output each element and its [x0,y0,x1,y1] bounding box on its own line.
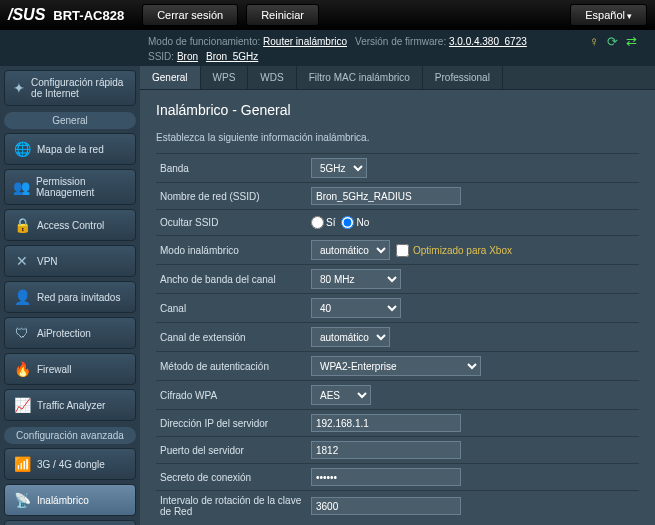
sidebar-item-firewall[interactable]: 🔥Firewall [4,353,136,385]
wireless-mode-label: Modo inalámbrico [156,245,311,256]
ext-channel-select[interactable]: automático [311,327,390,347]
tab-general[interactable]: General [140,66,201,89]
secret-input[interactable] [311,468,461,486]
ext-channel-label: Canal de extensión [156,332,311,343]
usb-icon[interactable]: ⇄ [626,34,637,49]
bandwidth-label: Ancho de banda del canal [156,274,311,285]
sidebar: ✦ Configuración rápida de Internet Gener… [0,66,140,525]
server-ip-label: Dirección IP del servidor [156,418,311,429]
tab-wps[interactable]: WPS [201,66,249,89]
nav-label: Permission Management [36,176,127,198]
wireless-mode-select[interactable]: automático [311,240,390,260]
sidebar-general-header: General [4,112,136,129]
nav-label: Traffic Analyzer [37,400,105,411]
firmware-value[interactable]: 3.0.0.4.380_6723 [449,36,527,47]
sidebar-quick-setup[interactable]: ✦ Configuración rápida de Internet [4,70,136,106]
nav-icon: 🌐 [13,140,31,158]
auth-select[interactable]: WPA2-Enterprise [311,356,481,376]
sidebar-item-mapa-de-la-red[interactable]: 🌐Mapa de la red [4,133,136,165]
sidebar-item-red-para-invitados[interactable]: 👤Red para invitados [4,281,136,313]
sidebar-item-vpn[interactable]: ✕VPN [4,245,136,277]
tab-filtro-mac-inalámbrico[interactable]: Filtro MAC inalámbrico [297,66,423,89]
nav-label: Access Control [37,220,104,231]
xbox-checkbox[interactable]: Optimizado para Xbox [396,244,512,257]
sidebar-item-aiprotection[interactable]: 🛡AiProtection [4,317,136,349]
encryption-label: Cifrado WPA [156,390,311,401]
sidebar-item-inalámbrico[interactable]: 📡Inalámbrico [4,484,136,516]
nav-label: AiProtection [37,328,91,339]
firmware-label: Versión de firmware: [355,36,446,47]
ssid-label: SSID: [148,51,174,62]
hide-ssid-label: Ocultar SSID [156,217,311,228]
nav-icon: 🔒 [13,216,31,234]
bulb-icon[interactable]: ♀ [589,34,599,49]
nav-icon: 📡 [13,491,31,509]
mode-label: Modo de funcionamiento: [148,36,260,47]
nav-label: Inalámbrico [37,495,89,506]
channel-label: Canal [156,303,311,314]
nav-label: Red para invitados [37,292,120,303]
encryption-select[interactable]: AES [311,385,371,405]
nav-label: VPN [37,256,58,267]
key-rotation-label: Intervalo de rotación de la clave de Red [156,495,311,517]
tab-professional[interactable]: Professional [423,66,503,89]
nav-label: Firewall [37,364,71,375]
sidebar-item-3g-4g-dongle[interactable]: 📶3G / 4G dongle [4,448,136,480]
ssid-field-label: Nombre de red (SSID) [156,191,311,202]
brand-logo: /SUS [8,6,45,24]
key-rotation-input[interactable] [311,497,461,515]
server-ip-input[interactable] [311,414,461,432]
content-area: GeneralWPSWDSFiltro MAC inalámbricoProfe… [140,66,655,525]
ssid-input[interactable] [311,187,461,205]
panel-description: Establezca la siguiente información inal… [156,132,639,143]
nav-label: 3G / 4G dongle [37,459,105,470]
hide-ssid-yes[interactable]: Sí [311,216,335,229]
nav-icon: 📈 [13,396,31,414]
hide-ssid-no[interactable]: No [341,216,369,229]
logout-button[interactable]: Cerrar sesión [142,4,238,26]
sidebar-item-permission-management[interactable]: 👥Permission Management [4,169,136,205]
nav-icon: 👥 [13,178,30,196]
nav-label: Mapa de la red [37,144,104,155]
band-label: Banda [156,163,311,174]
panel-title: Inalámbrico - General [156,102,639,124]
info-bar: Modo de funcionamiento: Router inalámbri… [0,30,655,51]
reboot-button[interactable]: Reiniciar [246,4,319,26]
server-port-label: Puerto del servidor [156,445,311,456]
server-port-input[interactable] [311,441,461,459]
nav-icon: 📶 [13,455,31,473]
auth-label: Método de autenticación [156,361,311,372]
channel-select[interactable]: 40 [311,298,401,318]
ssid2-value: Bron_5GHz [206,51,258,62]
band-select[interactable]: 5GHz [311,158,367,178]
bandwidth-select[interactable]: 80 MHz [311,269,401,289]
quick-setup-label: Configuración rápida de Internet [31,77,127,99]
tab-bar: GeneralWPSWDSFiltro MAC inalámbricoProfe… [140,66,655,90]
sidebar-item-lan[interactable]: 🏠LAN [4,520,136,525]
top-bar: /SUS BRT-AC828 Cerrar sesión Reiniciar E… [0,0,655,30]
ssid1-value: Bron [177,51,198,62]
nav-icon: 👤 [13,288,31,306]
model-name: BRT-AC828 [53,8,124,23]
sidebar-advanced-header: Configuración avanzada [4,427,136,444]
nav-icon: 🛡 [13,324,31,342]
secret-label: Secreto de conexión [156,472,311,483]
language-dropdown[interactable]: Español [570,4,647,26]
tab-wds[interactable]: WDS [248,66,296,89]
mode-value[interactable]: Router inalámbrico [263,36,347,47]
help-icon[interactable]: ⟳ [607,34,618,49]
nav-icon: 🔥 [13,360,31,378]
magic-wand-icon: ✦ [13,79,25,97]
sidebar-item-traffic-analyzer[interactable]: 📈Traffic Analyzer [4,389,136,421]
nav-icon: ✕ [13,252,31,270]
ssid-bar: SSID: Bron Bron_5GHz [0,51,655,66]
sidebar-item-access-control[interactable]: 🔒Access Control [4,209,136,241]
